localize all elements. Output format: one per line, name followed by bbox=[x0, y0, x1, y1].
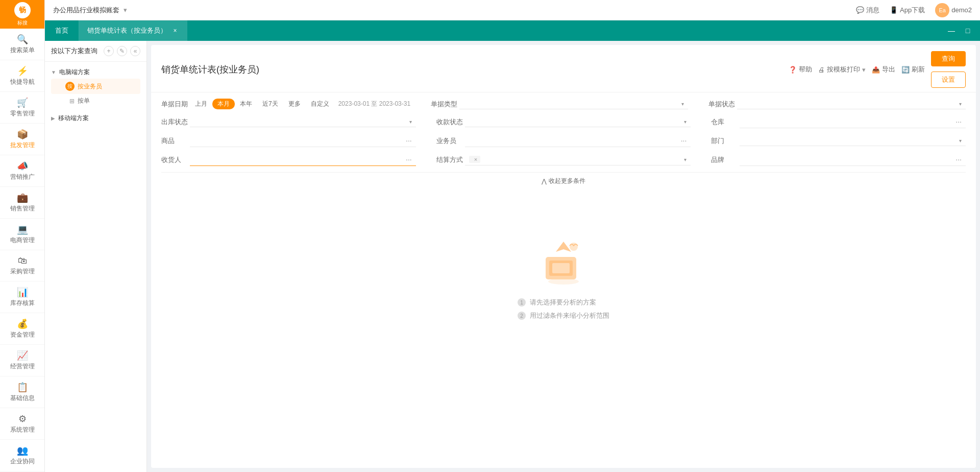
filter-form: 单据日期 上月 本月 本年 近7天 更多 自定义 2023-03-01 至 20… bbox=[151, 92, 976, 196]
tabbar-max-button[interactable]: □ bbox=[962, 25, 974, 37]
out-status-label: 出库状态 bbox=[161, 117, 190, 127]
topbar-dropdown-icon[interactable]: ▾ bbox=[124, 6, 127, 14]
out-status-select[interactable]: ▾ bbox=[190, 117, 416, 127]
sidebar-item-8[interactable]: 📊库存核算 bbox=[0, 281, 44, 313]
sidebar-item-6[interactable]: 💻电商管理 bbox=[0, 219, 44, 250]
date-btn-this-year[interactable]: 本年 bbox=[235, 99, 257, 109]
product-input[interactable]: ··· bbox=[190, 134, 416, 147]
message-label: 消息 bbox=[866, 6, 879, 15]
sidebar-item-12[interactable]: ⚙系统管理 bbox=[0, 408, 44, 440]
settlement-tag: × bbox=[469, 156, 480, 163]
query-button[interactable]: 查询 bbox=[931, 51, 966, 66]
sidebar-item-9[interactable]: 💰资金管理 bbox=[0, 313, 44, 345]
filter-brand: 品牌 ··· bbox=[711, 153, 966, 166]
settings-button[interactable]: 设置 bbox=[931, 72, 966, 88]
filter-out-status: 出库状态 ▾ bbox=[161, 117, 416, 127]
scheme-item-order[interactable]: ⊞ 按单 bbox=[51, 94, 140, 108]
sidebar-item-0[interactable]: 🔍搜索菜单 bbox=[0, 29, 44, 60]
brand-input[interactable]: ··· bbox=[740, 153, 966, 166]
svg-point-4 bbox=[570, 243, 578, 251]
filter-salesman: 业务员 ··· bbox=[436, 134, 691, 147]
doc-status-label: 单据状态 bbox=[708, 100, 737, 109]
refresh-button[interactable]: 🔄 刷新 bbox=[901, 65, 925, 74]
sidebar-item-4[interactable]: 📣营销推广 bbox=[0, 155, 44, 187]
empty-step-1: 1 请先选择要分析的方案 bbox=[518, 298, 609, 307]
date-btn-custom[interactable]: 自定义 bbox=[306, 99, 334, 109]
dept-select[interactable]: ▾ bbox=[740, 136, 966, 146]
settlement-tag-close[interactable]: × bbox=[474, 156, 477, 162]
scheme-group-desktop-title[interactable]: ▼ 电脑端方案 bbox=[51, 66, 140, 79]
sidebar-item-label-1: 快捷导航 bbox=[10, 78, 35, 85]
sidebar-item-icon-8: 📊 bbox=[2, 287, 42, 298]
sidebar-item-label-12: 系统管理 bbox=[10, 426, 35, 433]
date-btn-7days[interactable]: 近7天 bbox=[257, 99, 283, 109]
out-status-dropdown-icon: ▾ bbox=[409, 119, 412, 125]
doc-status-select[interactable]: ▾ bbox=[737, 99, 966, 109]
step-num-1: 1 bbox=[518, 298, 526, 306]
export-button[interactable]: 📤 导出 bbox=[872, 65, 895, 74]
date-btn-more[interactable]: 更多 bbox=[283, 99, 306, 109]
scheme-collapse-button[interactable]: « bbox=[130, 46, 140, 56]
empty-step-1-text: 请先选择要分析的方案 bbox=[530, 298, 596, 307]
date-btn-last-month[interactable]: 上月 bbox=[190, 99, 212, 109]
salesman-input[interactable]: ··· bbox=[465, 134, 691, 147]
message-icon: 💬 bbox=[856, 6, 864, 14]
doc-type-dropdown-icon: ▾ bbox=[681, 101, 684, 107]
collect-status-label: 收款状态 bbox=[436, 117, 465, 127]
sidebar-item-13[interactable]: 👥企业协同 bbox=[0, 440, 44, 471]
sidebar-item-11[interactable]: 📋基础信息 bbox=[0, 376, 44, 408]
refresh-label: 刷新 bbox=[912, 65, 925, 74]
sidebar-item-1[interactable]: ⚡快捷导航 bbox=[0, 60, 44, 92]
tabbar-right: — □ bbox=[945, 25, 980, 37]
print-button[interactable]: 🖨 按模板打印 ▾ bbox=[818, 65, 866, 74]
receiver-input[interactable]: ··· bbox=[190, 153, 416, 166]
settlement-label: 结算方式 bbox=[436, 155, 465, 164]
sidebar-item-icon-2: 🛒 bbox=[2, 97, 42, 108]
warehouse-input[interactable]: ··· bbox=[740, 115, 966, 128]
tab-home-label: 首页 bbox=[55, 26, 68, 35]
tab-active[interactable]: 销货单统计表（按业务员） × bbox=[79, 20, 187, 41]
empty-state: 1 请先选择要分析的方案 2 用过滤条件来缩小分析范围 bbox=[151, 196, 976, 361]
tab-close-button[interactable]: × bbox=[171, 27, 179, 35]
scheme-group-mobile-label: 移动端方案 bbox=[58, 114, 89, 123]
settlement-select[interactable]: × ▾ bbox=[465, 154, 691, 166]
tab-home[interactable]: 首页 bbox=[45, 20, 79, 41]
user-name: demo2 bbox=[951, 6, 972, 14]
sidebar-item-label-2: 零售管理 bbox=[10, 110, 35, 117]
app-download-button[interactable]: 📱 App下载 bbox=[890, 6, 925, 15]
app-logo: 畅 标搜 bbox=[0, 0, 45, 29]
help-label: 帮助 bbox=[799, 65, 812, 74]
date-btn-this-month[interactable]: 本月 bbox=[212, 99, 235, 109]
user-profile[interactable]: Ea demo2 bbox=[935, 3, 972, 17]
scheme-group-mobile: ▶ 移动端方案 bbox=[51, 112, 140, 125]
print-dropdown-icon[interactable]: ▾ bbox=[862, 66, 866, 74]
scheme-item-icon: 按 bbox=[65, 82, 75, 91]
app-download-icon: 📱 bbox=[890, 6, 898, 14]
collapse-button[interactable]: ⋀ 收起更多条件 bbox=[542, 177, 585, 185]
sidebar-item-label-7: 采购管理 bbox=[10, 268, 35, 275]
tabbar-pin-button[interactable]: — bbox=[945, 25, 958, 37]
sidebar-item-5[interactable]: 💼销售管理 bbox=[0, 187, 44, 219]
scheme-group-mobile-title[interactable]: ▶ 移动端方案 bbox=[51, 112, 140, 125]
sidebar-item-3[interactable]: 📦批发管理 bbox=[0, 124, 44, 155]
scheme-item-salesman[interactable]: 按 按业务员 bbox=[51, 79, 140, 94]
scheme-edit-button[interactable]: ✎ bbox=[117, 46, 127, 56]
sidebar-item-2[interactable]: 🛒零售管理 bbox=[0, 92, 44, 124]
sidebar-item-7[interactable]: 🛍采购管理 bbox=[0, 250, 44, 281]
message-button[interactable]: 💬 消息 bbox=[856, 6, 879, 15]
page-header: 销货单统计表(按业务员) ❓ 帮助 🖨 按模板打印 ▾ 📤 导出 bbox=[151, 45, 976, 92]
topbar: 办公用品行业模拟账套 ▾ 💬 消息 📱 App下载 Ea demo2 bbox=[45, 0, 980, 20]
sidebar-item-icon-0: 🔍 bbox=[2, 34, 42, 45]
doc-type-select[interactable]: ▾ bbox=[459, 99, 688, 109]
empty-step-2: 2 用过滤条件来缩小分析范围 bbox=[518, 311, 609, 320]
tabbar: 首页 销货单统计表（按业务员） × — □ bbox=[45, 20, 980, 41]
topbar-left: 办公用品行业模拟账套 ▾ bbox=[53, 6, 127, 15]
help-button[interactable]: ❓ 帮助 bbox=[789, 65, 812, 74]
scheme-group-mobile-arrow: ▶ bbox=[51, 115, 55, 121]
scheme-add-button[interactable]: + bbox=[104, 46, 114, 56]
sidebar-item-10[interactable]: 📈经营管理 bbox=[0, 345, 44, 376]
warehouse-dots-icon: ··· bbox=[955, 117, 962, 126]
sidebar-item-icon-1: ⚡ bbox=[2, 65, 42, 77]
collect-status-select[interactable]: ▾ bbox=[465, 117, 691, 127]
filter-collect-status: 收款状态 ▾ bbox=[436, 117, 691, 127]
